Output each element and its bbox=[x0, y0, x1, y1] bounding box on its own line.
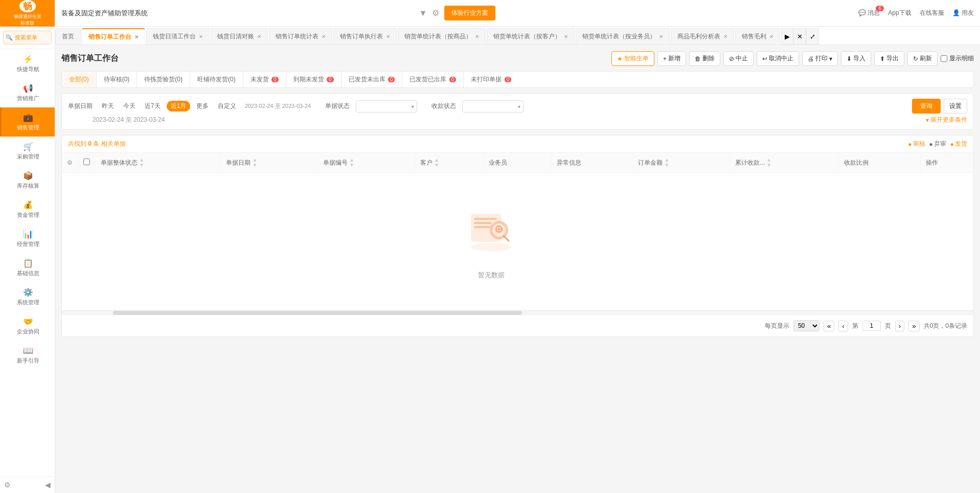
sidebar-nav-item-sales[interactable]: 💼 销售管理 bbox=[0, 107, 55, 137]
tab-sales-workbench[interactable]: 销售订单工作台 ✕ bbox=[82, 28, 145, 44]
th-collected-sort[interactable]: 累计收款... ▲▼ bbox=[735, 158, 833, 168]
sidebar-nav-item-system[interactable]: ⚙️ 系统管理 bbox=[0, 282, 55, 311]
topbar-config-icon[interactable]: ⚙ bbox=[432, 8, 439, 18]
industry-solution-button[interactable]: 体验行业方案 bbox=[444, 6, 495, 20]
page-size-label: 每页显示 bbox=[765, 322, 789, 330]
review-button[interactable]: ● 审核 bbox=[908, 140, 925, 148]
tab-sale-stats-product-close[interactable]: ✕ bbox=[475, 34, 479, 39]
sidebar-nav-item-marketing[interactable]: 📢 营销推广 bbox=[0, 78, 55, 107]
print-button[interactable]: 🖨 打印 ▾ bbox=[802, 51, 838, 66]
tab-sale-stats-product[interactable]: 销货单统计表（按商品） ✕ bbox=[398, 28, 486, 44]
th-checkbox[interactable] bbox=[78, 153, 96, 173]
app-download-link[interactable]: App下载 bbox=[888, 9, 911, 17]
refresh-button[interactable]: ↻ 刷新 bbox=[907, 51, 938, 66]
th-date-sort[interactable]: 单据日期 ▲▼ bbox=[226, 158, 312, 168]
tab-sales-stats[interactable]: 销售订单统计表 ✕ bbox=[269, 28, 332, 44]
prev-page-button[interactable]: ‹ bbox=[838, 321, 848, 331]
show-detail-label[interactable]: 显示明细 bbox=[941, 54, 974, 63]
date-quick-more[interactable]: 更多 bbox=[193, 101, 212, 111]
next-page-button[interactable]: › bbox=[895, 321, 904, 331]
show-detail-checkbox[interactable] bbox=[941, 55, 947, 62]
filter-tab-shipped-out[interactable]: 已发货已出库 0 bbox=[402, 72, 464, 87]
user-avatar[interactable]: 👤 用友 bbox=[952, 9, 974, 17]
export-button[interactable]: ⬆ 导出 bbox=[874, 51, 904, 66]
smart-order-button[interactable]: ★ 智能生单 bbox=[611, 51, 654, 66]
tab-sales-exec[interactable]: 销售订单执行表 ✕ bbox=[333, 28, 397, 44]
import-button[interactable]: ⬇ 导入 bbox=[841, 51, 871, 66]
date-quick-yesterday[interactable]: 昨天 bbox=[99, 101, 117, 111]
sidebar-nav-item-cooperation[interactable]: 🤝 企业协同 bbox=[0, 311, 55, 341]
date-quick-last1m[interactable]: 近1月 bbox=[167, 101, 191, 111]
stop-button[interactable]: ⊘ 中止 bbox=[723, 51, 754, 66]
select-all-checkbox[interactable] bbox=[83, 159, 90, 165]
topbar-settings-icon[interactable]: ▼ bbox=[419, 9, 427, 18]
search-menu-button[interactable]: 🔍 搜索菜单 bbox=[3, 31, 52, 44]
message-badge-wrap[interactable]: 💬 消息 6 bbox=[858, 9, 880, 17]
filter-tab-all[interactable]: 全部(0) bbox=[62, 72, 97, 87]
scrollbar-thumb[interactable] bbox=[113, 311, 522, 315]
ship-button[interactable]: ● 发货 bbox=[950, 140, 967, 148]
th-staff-sort[interactable]: 业务员 bbox=[489, 159, 545, 167]
date-quick-last7[interactable]: 近7天 bbox=[142, 101, 164, 111]
query-button[interactable]: 查询 bbox=[912, 99, 941, 114]
date-quick-today[interactable]: 今天 bbox=[120, 101, 139, 111]
tab-cash-daily[interactable]: 钱货日清工作台 ✕ bbox=[146, 28, 210, 44]
sidebar-nav-item-quick[interactable]: ⚡ 快捷导航 bbox=[0, 49, 55, 78]
tab-cash-reconcile[interactable]: 钱货日清对账 ✕ bbox=[211, 28, 268, 44]
settings-bottom-button[interactable]: ⚙ bbox=[4, 481, 11, 489]
expand-conditions-button[interactable]: ▾ 展开更多条件 bbox=[926, 116, 967, 124]
tab-sales-revenue-close[interactable]: ✕ bbox=[769, 34, 773, 39]
filter-tab-shipped-not-out[interactable]: 已发货未出库 0 bbox=[341, 72, 403, 87]
sidebar-nav-item-finance[interactable]: 💰 资金管理 bbox=[0, 195, 55, 224]
tab-close-all-button[interactable]: ✕ bbox=[793, 28, 806, 44]
tab-fullscreen-button[interactable]: ⤢ bbox=[806, 28, 819, 44]
th-number-sort[interactable]: 单据编号 ▲▼ bbox=[323, 158, 409, 168]
sidebar-nav-item-operations[interactable]: 📊 经营管理 bbox=[0, 224, 55, 253]
delete-button[interactable]: 🗑 删除 bbox=[689, 51, 720, 66]
first-page-button[interactable]: « bbox=[824, 321, 834, 331]
date-quick-custom[interactable]: 自定义 bbox=[215, 101, 239, 111]
tab-gross-margin[interactable]: 商品毛利分析表 ✕ bbox=[671, 28, 734, 44]
tab-home[interactable]: 首页 bbox=[55, 28, 81, 44]
status-select[interactable] bbox=[356, 100, 417, 113]
sidebar-nav-item-inventory[interactable]: 📦 库存核算 bbox=[0, 166, 55, 195]
tab-sales-revenue[interactable]: 销售毛利 ✕ bbox=[735, 28, 780, 44]
tab-nav-more-button[interactable]: ▶ bbox=[781, 28, 793, 44]
filter-tab-pending-review[interactable]: 待审核(0) bbox=[97, 72, 138, 87]
tab-sale-stats-customer[interactable]: 销货单统计表（按客户） ✕ bbox=[487, 28, 575, 44]
th-customer-sort[interactable]: 客户 ▲▼ bbox=[420, 158, 478, 168]
collapse-sidebar-button[interactable]: ◀ bbox=[45, 481, 51, 489]
void-button[interactable]: ● 弃审 bbox=[929, 140, 946, 148]
horizontal-scrollbar[interactable] bbox=[62, 310, 973, 315]
th-amount-sort[interactable]: 订单金额 ▲▼ bbox=[638, 158, 724, 168]
payment-select[interactable] bbox=[462, 100, 523, 113]
tab-sales-workbench-close[interactable]: ✕ bbox=[134, 34, 139, 40]
tab-sale-stats-staff[interactable]: 销货单统计表（按业务员） ✕ bbox=[576, 28, 670, 44]
filter-tab-not-shipped[interactable]: 未发货 0 bbox=[243, 72, 286, 87]
tab-sales-exec-close[interactable]: ✕ bbox=[386, 34, 390, 39]
logo[interactable]: 畅 畅捷通好生意 标准版 bbox=[0, 0, 55, 27]
tab-cash-reconcile-close[interactable]: ✕ bbox=[257, 34, 261, 39]
setting-button[interactable]: 设置 bbox=[944, 99, 967, 114]
tab-cash-daily-close[interactable]: ✕ bbox=[199, 34, 203, 39]
filter-tab-pending-inspect[interactable]: 待拣货验货(0) bbox=[137, 72, 190, 87]
th-abnormal-sort[interactable]: 异常信息 bbox=[557, 159, 628, 167]
sidebar-nav-item-base[interactable]: 📋 基础信息 bbox=[0, 253, 55, 282]
th-status-sort[interactable]: 单据整体状态 ▲▼ bbox=[101, 158, 215, 168]
tab-sales-stats-close[interactable]: ✕ bbox=[322, 34, 326, 39]
th-settings[interactable]: ⚙ bbox=[62, 153, 78, 173]
sidebar-nav-item-purchase[interactable]: 🛒 采购管理 bbox=[0, 137, 55, 166]
filter-tab-not-printed[interactable]: 未打印单据 0 bbox=[464, 72, 518, 87]
tab-gross-margin-close[interactable]: ✕ bbox=[723, 34, 727, 39]
tab-sale-stats-customer-close[interactable]: ✕ bbox=[564, 34, 568, 39]
last-page-button[interactable]: » bbox=[908, 321, 919, 331]
page-size-select[interactable]: 50 10 20 100 bbox=[793, 320, 819, 331]
page-number-input[interactable] bbox=[862, 321, 881, 331]
add-button[interactable]: + 新增 bbox=[657, 51, 686, 66]
cancel-stop-button[interactable]: ↩ 取消中止 bbox=[757, 51, 799, 66]
tab-sale-stats-staff-close[interactable]: ✕ bbox=[659, 34, 663, 39]
sidebar-nav-item-guide[interactable]: 📖 新手引导 bbox=[0, 341, 55, 370]
filter-tab-expired-not-shipped[interactable]: 到期未发货 0 bbox=[286, 72, 341, 87]
online-service-link[interactable]: 在线客服 bbox=[920, 9, 944, 17]
filter-tab-wangpu[interactable]: 旺铺待发货(0) bbox=[190, 72, 243, 87]
